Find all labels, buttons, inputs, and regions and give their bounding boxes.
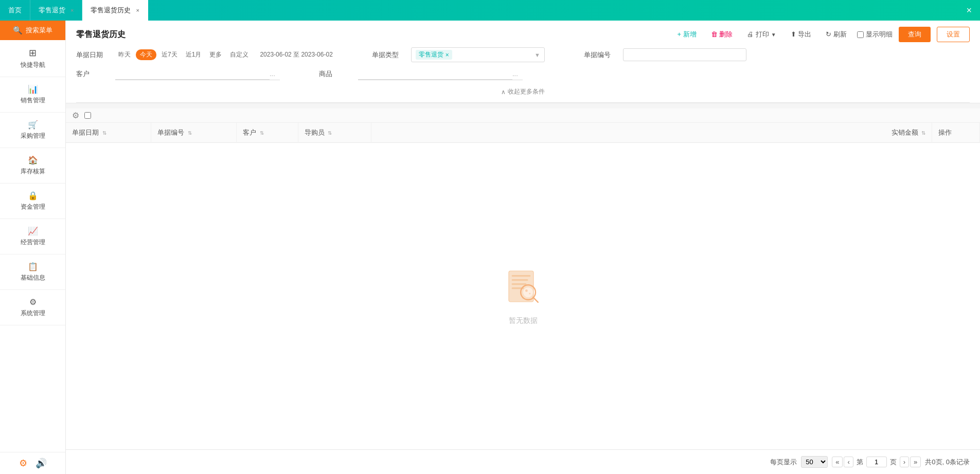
page-number-input[interactable]: 1 <box>866 457 887 467</box>
type-filter-label: 单据类型 <box>372 50 403 60</box>
table-container: ⚙ 单据日期 ⇅ 单据编号 ⇅ 客户 <box>66 108 980 474</box>
tab-home[interactable]: 首页 <box>0 0 30 21</box>
query-button[interactable]: 查询 <box>899 27 931 42</box>
select-all-checkbox[interactable] <box>84 112 91 119</box>
sidebar-item-ops[interactable]: 📈 经营管理 <box>0 219 65 254</box>
quick-nav-label: 快捷导航 <box>21 61 45 69</box>
page-title-row: 零售退货历史 + 新增 🗑 删除 🖨 打印 ▼ ⬆ 导出 <box>76 27 970 42</box>
display-detail-checkbox-wrapper[interactable]: 显示明细 <box>857 30 893 39</box>
type-filter-select[interactable]: 零售退货 × ▼ <box>411 47 545 62</box>
date-yesterday[interactable]: 昨天 <box>115 49 134 60</box>
voucher-no-input[interactable] <box>623 48 746 61</box>
page-size-select[interactable]: 20 50 100 <box>801 456 828 468</box>
page-header: 零售退货历史 + 新增 🗑 删除 🖨 打印 ▼ ⬆ 导出 <box>66 21 980 103</box>
collapse-label: 收起更多条件 <box>508 87 545 96</box>
date-custom[interactable]: 自定义 <box>227 49 252 60</box>
display-detail-checkbox[interactable] <box>857 31 864 38</box>
tab-retail-return-label: 零售退货 <box>39 6 65 15</box>
type-select-chevron: ▼ <box>534 52 540 58</box>
date-7days[interactable]: 近7天 <box>158 49 181 60</box>
print-chevron-icon: ▼ <box>771 32 776 38</box>
sidebar-item-purchase[interactable]: 🛒 采购管理 <box>0 113 65 148</box>
col-no: 单据编号 ⇅ <box>151 123 237 143</box>
date-today[interactable]: 今天 <box>136 49 156 60</box>
refresh-button-label: ↻ 刷新 <box>826 30 847 39</box>
export-button-label: ⬆ 导出 <box>791 30 812 39</box>
sidebar-item-sys[interactable]: ⚙ 系统管理 <box>0 290 65 325</box>
sidebar-item-quick-nav[interactable]: ⊞ 快捷导航 <box>0 40 65 77</box>
svg-point-8 <box>525 289 528 292</box>
export-button[interactable]: ⬆ 导出 <box>787 28 816 41</box>
customer-label: 客户 <box>76 69 107 79</box>
window-close-button[interactable]: × <box>958 5 980 16</box>
goods-dots-icon[interactable]: ... <box>512 70 518 78</box>
svg-rect-1 <box>511 275 530 277</box>
print-button-label: 🖨 打印 <box>747 30 769 39</box>
basic-label: 基础信息 <box>21 274 45 282</box>
new-button[interactable]: + 新增 <box>673 28 700 41</box>
sound-icon[interactable]: 🔊 <box>35 458 47 469</box>
sales-label: 销售管理 <box>21 96 45 105</box>
tab-retail-return-history[interactable]: 零售退货历史 × <box>82 0 148 21</box>
sys-icon: ⚙ <box>29 297 37 307</box>
date-filter-buttons: 昨天 今天 近7天 近1月 更多 自定义 <box>115 49 252 60</box>
type-tag-remove[interactable]: × <box>446 51 449 59</box>
inventory-icon: 🏠 <box>28 155 38 165</box>
customer-dots-icon[interactable]: ... <box>270 70 275 78</box>
next-page-button[interactable]: › <box>900 457 909 467</box>
close-retail-return-history-tab[interactable]: × <box>136 7 139 13</box>
inventory-label: 库存核算 <box>21 167 45 176</box>
close-retail-return-tab[interactable]: × <box>70 7 74 13</box>
sidebar-item-basic[interactable]: 📋 基础信息 <box>0 254 65 290</box>
purchase-label: 采购管理 <box>21 132 45 140</box>
goods-input[interactable] <box>358 67 512 80</box>
sort-date-icon[interactable]: ⇅ <box>102 130 106 136</box>
search-icon: 🔍 <box>13 26 23 35</box>
settings-icon[interactable]: ⚙ <box>19 458 27 469</box>
date-1month[interactable]: 近1月 <box>183 49 205 60</box>
goods-label: 商品 <box>319 69 350 79</box>
collapse-filter-button[interactable]: ∧ 收起更多条件 <box>76 85 970 98</box>
col-amount: 实销金额 ⇅ <box>371 123 932 143</box>
first-page-button[interactable]: « <box>832 457 843 467</box>
col-action-label: 操作 <box>938 129 952 136</box>
date-range-display: 2023-06-02 至 2023-06-02 <box>260 50 332 59</box>
prev-page-button[interactable]: ‹ <box>844 457 853 467</box>
print-button[interactable]: 🖨 打印 ▼ <box>743 28 780 41</box>
sort-customer-icon[interactable]: ⇅ <box>260 130 264 136</box>
page-title: 零售退货历史 <box>76 29 126 40</box>
svg-point-9 <box>529 293 530 294</box>
page-unit-label: 页 <box>888 458 899 467</box>
tab-retail-return[interactable]: 零售退货 × <box>30 0 82 21</box>
sidebar: 🔍 搜索菜单 ⊞ 快捷导航 📊 销售管理 🛒 采购管理 🏠 库存核算 🔒 资金管… <box>0 21 66 474</box>
type-tag: 零售退货 × <box>416 50 452 60</box>
delete-button[interactable]: 🗑 删除 <box>707 28 737 41</box>
last-page-button[interactable]: » <box>910 457 921 467</box>
col-guide: 导购员 ⇅ <box>298 123 371 143</box>
table-settings-icon[interactable]: ⚙ <box>72 111 79 120</box>
svg-rect-3 <box>511 283 526 285</box>
sort-amount-icon[interactable]: ⇅ <box>921 130 925 136</box>
date-filter-label: 单据日期 <box>76 50 107 60</box>
sys-label: 系统管理 <box>21 309 45 318</box>
search-menu-button[interactable]: 🔍 搜索菜单 <box>0 21 65 40</box>
search-menu-label: 搜索菜单 <box>26 26 52 35</box>
sidebar-item-finance[interactable]: 🔒 资金管理 <box>0 184 65 219</box>
sort-guide-icon[interactable]: ⇅ <box>328 130 332 136</box>
tab-home-label: 首页 <box>8 6 22 15</box>
customer-input[interactable] <box>115 67 270 80</box>
col-customer: 客户 ⇅ <box>237 123 298 143</box>
sidebar-item-sales[interactable]: 📊 销售管理 <box>0 77 65 113</box>
settings-button[interactable]: 设置 <box>937 27 970 42</box>
col-guide-label: 导购员 <box>305 129 325 136</box>
purchase-icon: 🛒 <box>28 120 38 130</box>
tab-retail-return-history-label: 零售退货历史 <box>91 6 131 15</box>
sort-no-icon[interactable]: ⇅ <box>188 130 192 136</box>
col-date-label: 单据日期 <box>72 129 99 136</box>
refresh-button[interactable]: ↻ 刷新 <box>822 28 851 41</box>
sidebar-item-inventory[interactable]: 🏠 库存核算 <box>0 148 65 184</box>
quick-nav-icon: ⊞ <box>29 47 37 59</box>
svg-line-7 <box>533 297 538 302</box>
filter-row-1: 单据日期 昨天 今天 近7天 近1月 更多 自定义 2023-06-02 至 2… <box>76 47 970 62</box>
date-more[interactable]: 更多 <box>206 49 225 60</box>
